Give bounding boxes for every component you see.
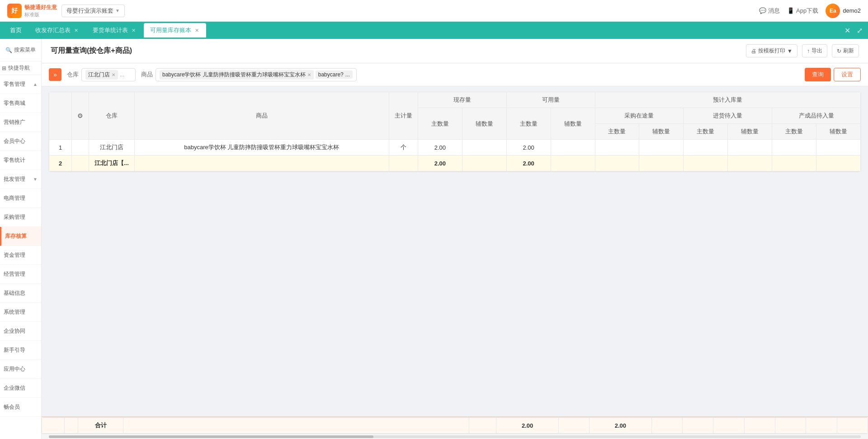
product-tag2: babycare? ... — [316, 71, 353, 79]
quick-nav-button[interactable]: ⊞ 快捷导航 — [0, 61, 41, 75]
th-warehouse: 仓库 — [89, 92, 135, 140]
table-row-subtotal: 2 江北门店【... 2.00 2.00 — [49, 156, 861, 171]
refresh-button[interactable]: ↻ 刷新 — [832, 44, 859, 57]
cell-incoming-aux-2 — [728, 156, 772, 171]
close-tab-available-stock[interactable]: ✕ — [194, 27, 200, 34]
cell-idx-1: 1 — [49, 140, 72, 156]
sidebar-item-member2[interactable]: 畅会员 — [0, 398, 41, 417]
tab-home[interactable]: 首页 — [4, 23, 28, 38]
cell-stock-main-1: 2.00 — [418, 140, 462, 156]
warehouse-tag-close[interactable]: ✕ — [112, 72, 115, 77]
chevron-down-icon: ▼ — [115, 8, 120, 13]
table-row: 1 江北门店 babycare学饮杯 儿童防摔防撞吸管杯重力球吸嘴杯宝宝水杯 个… — [49, 140, 861, 156]
top-bar: 好 畅捷通好生意 标准版 母婴行业演示账套 ▼ 💬 消息 📱 App下载 Ea … — [0, 0, 868, 22]
cell-available-main-2: 2.00 — [506, 156, 551, 171]
chevron-up-icon: ▲ — [33, 82, 38, 87]
page-header: 可用量查询(按仓库+商品) 🖨 按模板打印 ▼ ↑ 导出 ↻ 刷新 — [42, 39, 868, 63]
tab-order-stats[interactable]: 要货单统计表 ✕ — [86, 23, 143, 38]
cell-idx-2: 2 — [49, 156, 72, 171]
message-icon: 💬 — [759, 7, 766, 14]
th-unit: 主计量 — [389, 92, 418, 140]
th-available-main: 主数量 — [506, 108, 551, 140]
user-avatar-area[interactable]: Ea demo2 — [826, 4, 861, 18]
sidebar-item-corp-wechat[interactable]: 企业微信 — [0, 379, 41, 398]
cell-purchase-aux-2 — [639, 156, 684, 171]
footer-incoming-main — [744, 418, 775, 434]
sidebar-item-new-guide[interactable]: 新手引导 — [0, 341, 41, 360]
sidebar-item-corp-collab[interactable]: 企业协同 — [0, 322, 41, 341]
sidebar-item-retail-mall[interactable]: 零售商城 — [0, 94, 41, 113]
cell-purchase-main-2 — [595, 156, 639, 171]
product-input[interactable]: babycare学饮杯 儿童防摔防撞吸管杯重力球吸嘴杯宝宝水杯 ✕ babyca… — [156, 68, 357, 81]
th-forecast-group: 预计入库量 — [595, 92, 861, 108]
table-footer-container: 合计 2.00 2.00 — [42, 416, 868, 434]
export-button[interactable]: ↑ 导出 — [802, 44, 827, 57]
avatar: Ea — [826, 4, 840, 18]
th-production-aux: 辅数量 — [816, 124, 860, 140]
footer-purchase-main — [683, 418, 713, 434]
cell-unit-1: 个 — [389, 140, 418, 156]
cell-warehouse-1: 江北门店 — [89, 140, 135, 156]
export-icon: ↑ — [807, 48, 810, 54]
top-bar-right: 💬 消息 📱 App下载 Ea demo2 — [759, 4, 861, 18]
sidebar-item-app-center[interactable]: 应用中心 — [0, 360, 41, 379]
message-button[interactable]: 💬 消息 — [759, 7, 780, 15]
sidebar-item-operation[interactable]: 经营管理 — [0, 265, 41, 284]
product-tag1: babycare学饮杯 儿童防摔防撞吸管杯重力球吸嘴杯宝宝水杯 ✕ — [160, 70, 314, 80]
th-available-aux: 辅数量 — [551, 108, 595, 140]
close-tab-receive-summary[interactable]: ✕ — [73, 27, 79, 34]
gear-icon: ⚙ — [77, 112, 83, 119]
cell-purchase-aux-1 — [639, 140, 684, 156]
cell-incoming-main-1 — [684, 140, 728, 156]
th-incoming-aux: 辅数量 — [728, 124, 772, 140]
sidebar-item-ecom-mgmt[interactable]: 电商管理 — [0, 189, 41, 208]
data-table: ⚙ 仓库 商品 主计量 现存量 可用量 预计入库量 主数量 辅数量 主数量 辅数… — [49, 92, 861, 171]
warehouse-tag: 江北门店 ✕ — [85, 70, 118, 80]
warehouse-more-button[interactable]: ... — [120, 71, 124, 78]
product-filter-field: 商品 babycare学饮杯 儿童防摔防撞吸管杯重力球吸嘴杯宝宝水杯 ✕ bab… — [141, 68, 357, 81]
logo-text: 畅捷通好生意 标准版 — [24, 4, 57, 18]
expand-nav-button[interactable]: ⤢ — [855, 24, 864, 37]
tab-receive-summary[interactable]: 收发存汇总表 ✕ — [29, 23, 85, 38]
th-gear[interactable]: ⚙ — [72, 92, 89, 140]
cell-gear-1 — [72, 140, 89, 156]
sidebar-item-member[interactable]: 会员中心 — [0, 132, 41, 151]
scrollbar-track — [49, 435, 861, 438]
grid-icon: ⊞ — [2, 65, 6, 71]
tab-available-stock[interactable]: 可用量库存账本 ✕ — [144, 23, 206, 38]
sidebar-item-finance[interactable]: 资金管理 — [0, 246, 41, 265]
warehouse-input[interactable]: 江北门店 ✕ ... — [81, 68, 136, 81]
sidebar-item-sys-mgmt[interactable]: 系统管理 — [0, 303, 41, 322]
footer-purchase-aux — [713, 418, 744, 434]
sidebar-item-retail-mgmt[interactable]: 零售管理 ▲ — [0, 75, 41, 94]
horizontal-scrollbar[interactable] — [42, 434, 868, 439]
template-print-button[interactable]: 🖨 按模板打印 ▼ — [746, 44, 797, 57]
scrollbar-thumb[interactable] — [49, 435, 373, 438]
th-available-group: 可用量 — [506, 92, 595, 108]
industry-selector[interactable]: 母婴行业演示账套 ▼ — [61, 5, 125, 17]
sidebar-item-purchase-mgmt[interactable]: 采购管理 — [0, 208, 41, 227]
sidebar-item-wholesale-mgmt[interactable]: 批发管理 ▼ — [0, 170, 41, 189]
app-download-button[interactable]: 📱 App下载 — [787, 7, 818, 15]
search-icon: 🔍 — [5, 47, 12, 53]
filter-toggle-button[interactable]: » — [49, 68, 61, 81]
logo-area: 好 畅捷通好生意 标准版 — [7, 4, 57, 18]
cell-production-main-1 — [772, 140, 816, 156]
chevron-down-icon: ▼ — [33, 177, 38, 182]
sidebar-item-inventory[interactable]: 库存核算 — [0, 227, 41, 246]
settings-button[interactable]: 设置 — [834, 68, 861, 81]
sidebar-item-basic-info[interactable]: 基础信息 — [0, 284, 41, 303]
footer-empty3 — [123, 418, 469, 434]
cell-available-main-1: 2.00 — [506, 140, 551, 156]
product-tag1-close[interactable]: ✕ — [307, 72, 311, 77]
query-button[interactable]: 查询 — [805, 68, 831, 81]
search-menu-button[interactable]: 🔍 搜索菜单 — [4, 43, 38, 57]
cell-purchase-main-1 — [595, 140, 639, 156]
th-incoming-group: 进货待入量 — [684, 108, 772, 124]
th-stock-main: 主数量 — [418, 108, 462, 140]
sidebar-item-retail-stats[interactable]: 零售统计 — [0, 151, 41, 170]
sidebar-item-marketing[interactable]: 营销推广 — [0, 113, 41, 132]
close-all-tabs-button[interactable]: ✕ — [841, 24, 854, 37]
close-tab-order-stats[interactable]: ✕ — [131, 27, 137, 34]
cell-product-2 — [134, 156, 389, 171]
